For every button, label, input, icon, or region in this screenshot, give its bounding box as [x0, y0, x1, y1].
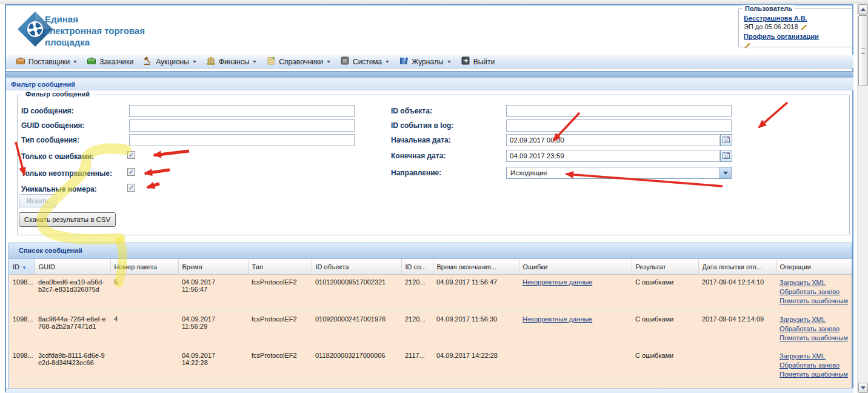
- log-event-id-input[interactable]: [506, 119, 732, 132]
- column-header-end-time[interactable]: Время окончания...: [433, 259, 519, 275]
- menu-item-label: Финансы: [219, 58, 249, 66]
- start-date-input[interactable]: [506, 134, 719, 146]
- field-label: ID события в log:: [391, 121, 453, 130]
- scroll-up-button[interactable]: [858, 4, 868, 15]
- checkbox-row-only-errors: Только с ошибками:✓: [21, 150, 264, 164]
- cell-packet-number: [110, 348, 178, 383]
- checkbox-only-unsent[interactable]: ✓: [127, 168, 135, 176]
- operation-link[interactable]: Обработать заново: [780, 361, 848, 370]
- operation-link[interactable]: Обработать заново: [780, 324, 848, 334]
- cell-type: fcsProtocolEF2: [248, 311, 312, 348]
- cell-object-id: 0118200003217000006: [312, 348, 401, 383]
- errors-link[interactable]: Некорректные данные: [522, 315, 592, 323]
- field-label: GUID сообщения:: [21, 121, 85, 130]
- operation-link[interactable]: Обработать заново: [780, 287, 848, 297]
- org-profile-link[interactable]: Профиль организации: [744, 33, 819, 40]
- cell-errors: Некорректные данные: [519, 311, 632, 348]
- column-header-label: Операции: [780, 263, 811, 270]
- message-guid-input[interactable]: [129, 119, 355, 132]
- cell-object-id: 0109200002417001976: [312, 311, 401, 348]
- column-header-packet-number[interactable]: Номер пакета: [110, 259, 178, 275]
- column-header-object-id[interactable]: ID объекта: [312, 259, 401, 275]
- calendar-button[interactable]: [720, 134, 732, 146]
- column-header-errors[interactable]: Ошибки: [519, 259, 632, 275]
- column-header-guid[interactable]: GUID: [35, 259, 110, 275]
- logo-line-2: электронная торговая: [45, 25, 145, 36]
- cell-id-so: 2117...: [401, 348, 433, 383]
- column-header-id[interactable]: ID▼: [9, 259, 35, 275]
- operation-link[interactable]: Загрузить XML: [780, 278, 848, 287]
- menu-item-customers[interactable]: Заказчики: [82, 55, 138, 69]
- menu-item-finance[interactable]: Финансы: [201, 55, 261, 69]
- chevron-down-icon: [193, 61, 196, 63]
- exit-icon: [461, 56, 470, 67]
- pencil-icon[interactable]: [744, 41, 751, 50]
- chevron-down-icon[interactable]: [719, 167, 731, 178]
- table-header-row: ID▼GUIDНомер пакетаВремяТипID объектаID …: [9, 259, 852, 275]
- end-date-input[interactable]: [506, 150, 719, 162]
- bottom-strip: [6, 388, 853, 393]
- checkbox-only-errors[interactable]: ✓: [127, 151, 135, 159]
- column-header-operations[interactable]: Операции: [776, 259, 852, 275]
- arrow-up-icon: [861, 8, 866, 11]
- menu-item-journals[interactable]: Журналы: [394, 55, 455, 69]
- column-header-time[interactable]: Время: [178, 259, 248, 275]
- message-id-input[interactable]: [129, 105, 355, 117]
- cell-id: 1098...: [9, 275, 35, 311]
- checkbox-unique-numbers[interactable]: ✓: [127, 184, 135, 192]
- column-header-result[interactable]: Результат: [632, 259, 698, 275]
- messages-panel: Список сообщений ID▼GUIDНомер пакетаВрем…: [8, 243, 852, 393]
- app-root: { "colors": { "link": "#15428b", "row_ba…: [0, 0, 868, 393]
- column-header-attempt-date[interactable]: Дата попытки отп...: [698, 259, 776, 275]
- menu-item-label: Поставщики: [28, 58, 70, 66]
- cell-time: 04.09.2017 11:56:29: [178, 311, 248, 348]
- page-scrollbar[interactable]: [857, 4, 868, 393]
- cell-end-time: 04.09.2017 11:56:30: [433, 311, 519, 348]
- menu-item-auctions[interactable]: Аукционы: [138, 55, 201, 69]
- logo-title: Единая электронная торговая площадка: [45, 13, 145, 48]
- book-icon: [266, 56, 276, 67]
- menu-item-suppliers[interactable]: Поставщики: [11, 55, 82, 69]
- menu-item-logout[interactable]: Выйти: [456, 55, 500, 69]
- column-header-label: Результат: [636, 263, 666, 270]
- menu-item-directories[interactable]: Справочники: [261, 55, 335, 69]
- cell-time: 04.09.2017 14:22:28: [178, 348, 248, 383]
- select-value: Исходящие: [510, 169, 547, 176]
- cell-id: 1098...: [9, 311, 35, 348]
- cell-id: 1098...: [9, 348, 35, 383]
- cell-operations: Загрузить XMLОбработать зановоПометить о…: [776, 348, 852, 383]
- page-title-bar: Фильтр сообщений: [6, 78, 853, 90]
- pencil-icon[interactable]: [800, 23, 807, 32]
- cell-attempt-date: 2017-09-04 12:14:09: [698, 311, 776, 348]
- scrollbar-thumb[interactable]: [858, 15, 868, 86]
- field-label: Тип сообщения:: [21, 136, 79, 144]
- search-button[interactable]: Искать: [19, 194, 56, 207]
- scroll-down-button[interactable]: [858, 383, 868, 393]
- calendar-button[interactable]: [720, 150, 732, 162]
- operation-link[interactable]: Пометить ошибочным: [780, 334, 848, 343]
- operation-link[interactable]: Пометить ошибочным: [780, 370, 848, 379]
- column-header-type[interactable]: Тип: [248, 259, 312, 275]
- errors-link[interactable]: Некорректные данные: [522, 278, 592, 286]
- cell-type: fcsProtocolEF2: [248, 348, 312, 383]
- direction-select[interactable]: Исходящие: [506, 167, 732, 179]
- cell-errors: [519, 348, 632, 383]
- menu-item-system[interactable]: Система: [335, 55, 394, 69]
- column-header-label: Время окончания...: [437, 263, 497, 270]
- download-csv-button[interactable]: Скачать результаты в CSV: [19, 212, 116, 227]
- operation-link[interactable]: Загрузить XML: [780, 352, 848, 361]
- operation-link[interactable]: Пометить ошибочным: [780, 297, 848, 306]
- cell-guid: 3cdfda9b-8111-6d6e-9e2d-8d34f423ec66: [35, 348, 110, 383]
- message-type-input[interactable]: [129, 134, 355, 146]
- filter-legend: Фильтр сообщений: [22, 90, 93, 98]
- field-row-direction: Направление:Исходящие: [391, 167, 755, 180]
- column-header-id-so[interactable]: ID со...: [401, 259, 433, 275]
- cell-attempt-date: 2017-09-04 12:14:10: [698, 275, 776, 311]
- object-id-input[interactable]: [506, 105, 732, 117]
- briefcase-green-icon: [87, 56, 96, 67]
- filter-fieldset: Фильтр сообщений ID сообщения:GUID сообщ…: [17, 95, 850, 235]
- operation-link[interactable]: Загрузить XML: [780, 315, 848, 324]
- field-row-end-date: Конечная дата:: [391, 150, 755, 163]
- user-name-link[interactable]: Бесстрашнова А.В.: [744, 15, 807, 22]
- column-header-label: ID со...: [406, 263, 427, 270]
